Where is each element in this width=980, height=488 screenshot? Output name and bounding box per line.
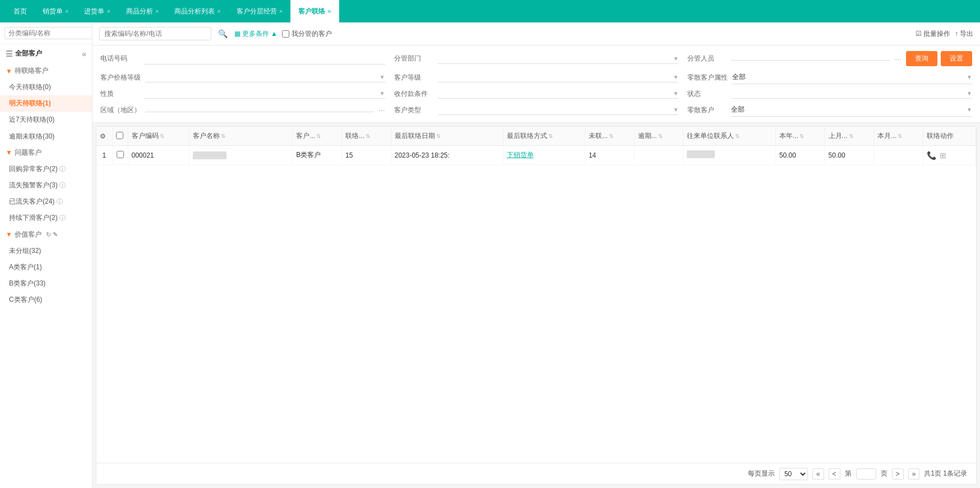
phone-input[interactable] <box>144 53 385 65</box>
region-dots[interactable]: ··· <box>378 105 385 114</box>
nav-customer-tier[interactable]: 客户分层经营 × <box>229 0 290 22</box>
sort-date-icon[interactable]: ⇅ <box>436 133 441 139</box>
manager-label: 分管人员 <box>687 54 727 63</box>
td-action: 📞 ⊞ <box>923 146 976 165</box>
th-action: 联络动作 <box>923 127 976 146</box>
sort-code-icon[interactable]: ⇅ <box>160 133 164 139</box>
td-checkbox <box>112 146 128 165</box>
sort-year-icon[interactable]: ⇅ <box>799 133 804 139</box>
page-number-input[interactable]: 1 <box>856 468 876 480</box>
advanced-filter-panel: 电话号码 分管部门 ▼ 分管人员 ··· 查询 设置 <box>93 45 980 123</box>
nav-home[interactable]: 首页 <box>6 0 35 22</box>
th-contact: 联络... ⇅ <box>342 127 391 146</box>
sidebar-item-abnormal[interactable]: 回购异常客户(2) ⓘ <box>0 161 92 177</box>
th-gear: ⚙ <box>96 127 112 146</box>
region-label: 区域（地区） <box>100 105 141 115</box>
sidebar-item-today[interactable]: 今天待联络(0) <box>0 79 92 95</box>
next-page-button[interactable]: > <box>892 468 904 480</box>
value-grade-arrow: ▼ <box>380 74 385 80</box>
sidebar-item-typeC[interactable]: C类客户(6) <box>0 292 92 308</box>
per-page-select[interactable]: 50 100 200 <box>779 468 808 480</box>
sidebar-collapse-icon[interactable]: « <box>82 49 86 58</box>
my-customers-checkbox[interactable]: 我分管的客户 <box>282 29 332 39</box>
value-grade-select[interactable]: ▼ <box>145 72 385 82</box>
nav-customer-contact-close[interactable]: × <box>327 8 331 15</box>
sidebar-item-ungroup[interactable]: 未分组(32) <box>0 243 92 259</box>
filter-actions: 查询 设置 <box>906 51 972 66</box>
zero-customer-select[interactable]: 全部 ▼ <box>731 103 972 117</box>
filter-search-input[interactable] <box>99 27 211 40</box>
sidebar-item-warning[interactable]: 流失预警客户(3) ⓘ <box>0 177 92 194</box>
query-button[interactable]: 查询 <box>906 51 937 66</box>
th-name: 客户名称 ⇅ <box>189 127 293 146</box>
first-page-button[interactable]: « <box>812 468 824 480</box>
table-scroll[interactable]: ⚙ 客户编码 ⇅ <box>96 127 976 463</box>
sort-this-month-icon[interactable]: ⇅ <box>898 133 902 139</box>
sidebar-search-input[interactable] <box>4 27 93 39</box>
nav-product-analysis[interactable]: 商品分析 × <box>118 0 167 22</box>
nav-sales[interactable]: 销货单 × <box>35 0 76 22</box>
pagination-bar: 每页显示 50 100 200 « < 第 1 页 > <box>96 463 976 484</box>
filter-more-button[interactable]: ▦ 更多条件 ▲ <box>234 29 278 39</box>
nav-product-list-close[interactable]: × <box>217 8 220 15</box>
gender-select[interactable]: ▼ <box>144 89 385 99</box>
settings-button[interactable]: 设置 <box>941 51 972 66</box>
sort-last-month-icon[interactable]: ⇅ <box>849 133 853 139</box>
table-row: 1 000021 Ea B类客 <box>96 146 976 165</box>
sidebar-item-week[interactable]: 近7天待联络(0) <box>0 112 92 128</box>
sort-unit-contact-icon[interactable]: ⇅ <box>735 133 739 139</box>
sidebar-item-overdue[interactable]: 逾期未联络(30) <box>0 128 92 145</box>
gear-icon[interactable]: ⚙ <box>100 132 106 140</box>
sort-no-contact-icon[interactable]: ⇅ <box>609 133 613 139</box>
nav-purchase-close[interactable]: × <box>107 8 110 15</box>
customer-grade-arrow: ▼ <box>673 74 678 80</box>
prev-page-button[interactable]: < <box>829 468 840 480</box>
dept-select[interactable]: ▼ <box>438 54 679 64</box>
nav-customer-contact[interactable]: 客户联络 × <box>290 0 339 22</box>
sort-overdue-icon[interactable]: ⇅ <box>658 133 663 139</box>
top-navigation: 首页 销货单 × 进货单 × 商品分析 × 商品分析列表 × 客户分层经营 × … <box>0 0 980 22</box>
filter-row-zero-attr: 零散客户属性 全部 ▼ <box>687 71 972 84</box>
filter-bar: 🔍 ▦ 更多条件 ▲ 我分管的客户 ☑ 批量操作 ↑ 导出 <box>93 22 980 45</box>
sidebar-item-lost[interactable]: 已流失客户(24) ⓘ <box>0 194 92 210</box>
payment-select[interactable]: ▼ <box>438 89 679 99</box>
sort-type-icon[interactable]: ⇅ <box>316 133 321 139</box>
nav-purchase[interactable]: 进货单 × <box>76 0 118 22</box>
page-label: 第 <box>845 469 852 478</box>
row-checkbox[interactable] <box>117 151 124 158</box>
my-customers-check-input[interactable] <box>282 30 289 38</box>
zero-attr-select[interactable]: 全部 ▼ <box>732 71 972 84</box>
sidebar: 🔍 ☰ 全部客户 « ▼ 待联络客户 今天待联络(0) 明天待联络(1) 近7天… <box>0 22 93 488</box>
sort-name-icon[interactable]: ⇅ <box>221 133 225 139</box>
th-this-year: 本年... ⇅ <box>775 127 825 146</box>
th-last-month: 上月... ⇅ <box>825 127 874 146</box>
action-phone-icon[interactable]: 📞 <box>927 151 936 160</box>
sort-contact-icon[interactable]: ⇅ <box>366 133 370 139</box>
customer-type-select[interactable]: ▼ <box>438 105 679 115</box>
nav-customer-tier-close[interactable]: × <box>279 8 283 15</box>
last-page-button[interactable]: » <box>908 468 920 480</box>
filter-row-value-grade: 客户价格等级 ▼ <box>100 71 385 84</box>
filter-row-payment: 收付款条件 ▼ <box>394 89 679 99</box>
select-all-checkbox[interactable] <box>116 132 123 139</box>
batch-operation-button[interactable]: ☑ 批量操作 <box>916 29 950 39</box>
last-method-link[interactable]: 下销货单 <box>507 151 534 159</box>
filter-row-region: 区域（地区） ··· <box>100 103 385 117</box>
action-more-icon[interactable]: ⊞ <box>940 151 946 160</box>
manager-dots[interactable]: ··· <box>895 54 902 63</box>
sidebar-all-customers[interactable]: ☰ 全部客户 « <box>0 44 92 63</box>
export-button[interactable]: ↑ 导出 <box>955 29 973 39</box>
nav-product-analysis-close[interactable]: × <box>155 8 159 15</box>
dept-label: 分管部门 <box>394 54 433 63</box>
sidebar-item-typeA[interactable]: A类客户(1) <box>0 259 92 275</box>
sidebar-item-typeB[interactable]: B类客户(33) <box>0 275 92 292</box>
table-container: ⚙ 客户编码 ⇅ <box>96 126 977 485</box>
customer-grade-select[interactable]: ▼ <box>438 72 679 82</box>
sort-method-icon[interactable]: ⇅ <box>548 133 553 139</box>
filter-search-button[interactable]: 🔍 <box>216 28 230 39</box>
nav-sales-close[interactable]: × <box>65 8 68 15</box>
sidebar-item-declining[interactable]: 持续下滑客户(2) ⓘ <box>0 210 92 226</box>
status-select[interactable]: ▼ <box>731 89 972 99</box>
nav-product-list[interactable]: 商品分析列表 × <box>167 0 228 22</box>
sidebar-item-tomorrow[interactable]: 明天待联络(1) <box>0 95 92 112</box>
